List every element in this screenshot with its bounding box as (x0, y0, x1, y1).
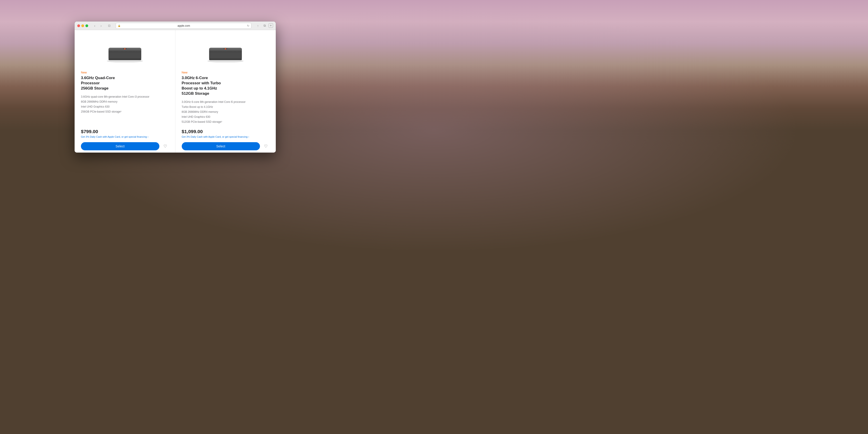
product-price-2: $1,099.00 (182, 129, 270, 134)
select-row-2: Select ♡ (182, 142, 270, 150)
product-badge-2: New (182, 71, 270, 74)
maximize-button[interactable] (86, 24, 88, 27)
new-tab-button[interactable]: + (269, 23, 273, 28)
specs-list-1: 3.6GHz quad-core 8th-generation Intel Co… (81, 95, 169, 125)
products-container: 🍎 New 3. (74, 30, 276, 153)
duplicate-icon: ⧉ (264, 24, 266, 28)
svg-rect-14 (209, 58, 242, 60)
spec-item: 512GB PCIe-based SSD storage¹ (182, 120, 270, 124)
spec-item: Turbo Boost up to 4.1GHz (182, 105, 270, 109)
toolbar-right: ↑ ⧉ + (255, 23, 273, 28)
heart-icon-2: ♡ (264, 144, 268, 149)
duplicate-button[interactable]: ⧉ (262, 23, 268, 28)
spec-item: 3.6GHz quad-core 8th-generation Intel Co… (81, 95, 169, 99)
browser-window: ‹ › ⊡ 🔒 apple.com ↻ ↑ ⧉ + (74, 22, 276, 153)
mac-mini-image-1: 🍎 (105, 41, 145, 62)
back-button[interactable]: ‹ (92, 23, 98, 28)
wishlist-button-2[interactable]: ♡ (262, 143, 270, 150)
financing-link-2[interactable]: Get 3% Daily Cash with Apple Card, or ge… (182, 135, 270, 138)
spec-item: 8GB 2666MHz DDR4 memory (81, 100, 169, 104)
spec-item: 3.0GHz 6-core 8th-generation Intel Core … (182, 100, 270, 104)
address-bar[interactable]: 🔒 apple.com ↻ (116, 23, 251, 29)
svg-rect-15 (209, 48, 242, 53)
svg-rect-6 (108, 58, 141, 60)
lock-icon: 🔒 (118, 24, 121, 27)
select-button-2[interactable]: Select (182, 142, 260, 150)
svg-rect-7 (108, 48, 141, 53)
spec-item: 8GB 2666MHz DDR4 memory (182, 110, 270, 114)
forward-button[interactable]: › (98, 23, 104, 28)
close-button[interactable] (77, 24, 80, 27)
spec-item: Intel UHD Graphics 630 (182, 115, 270, 119)
title-bar: ‹ › ⊡ 🔒 apple.com ↻ ↑ ⧉ + (74, 22, 276, 30)
wishlist-button-1[interactable]: ♡ (162, 143, 169, 150)
sidebar-toggle-button[interactable]: ⊡ (106, 23, 112, 28)
heart-icon-1: ♡ (163, 144, 167, 149)
product-price-1: $799.00 (81, 129, 169, 134)
traffic-lights (77, 24, 88, 27)
nav-buttons: ‹ › (92, 23, 104, 28)
specs-list-2: 3.0GHz 6-core 8th-generation Intel Core … (182, 100, 270, 125)
share-button[interactable]: ↑ (255, 23, 261, 28)
minimize-button[interactable] (81, 24, 84, 27)
new-tab-icon: + (270, 24, 272, 28)
back-icon: ‹ (94, 24, 95, 28)
mac-mini-image-2: 🍎 (206, 41, 245, 62)
select-button-1[interactable]: Select (81, 142, 159, 150)
product-card-2: 🍎 New 3.0GHz 6-CoreProcessor with (176, 30, 276, 153)
refresh-icon[interactable]: ↻ (247, 24, 249, 27)
sidebar-icon: ⊡ (108, 24, 111, 27)
product-image-area-2: 🍎 (182, 37, 270, 66)
financing-link-1[interactable]: Get 3% Daily Cash with Apple Card, or ge… (81, 135, 169, 138)
spec-item: Intel UHD Graphics 630 (81, 105, 169, 109)
product-title-1: 3.6GHz Quad-CoreProcessor256GB Storage (81, 75, 169, 91)
product-title-2: 3.0GHz 6-CoreProcessor with TurboBoost u… (182, 75, 270, 96)
share-icon: ↑ (257, 24, 259, 28)
url-text: apple.com (121, 24, 246, 27)
select-row-1: Select ♡ (81, 142, 169, 150)
page-content: 🍎 New 3. (74, 30, 276, 153)
forward-icon: › (101, 24, 102, 28)
product-badge-1: New (81, 71, 169, 74)
spec-item: 256GB PCIe-based SSD storage¹ (81, 110, 169, 114)
product-image-area-1: 🍎 (81, 37, 169, 66)
product-card-1: 🍎 New 3. (74, 30, 175, 153)
